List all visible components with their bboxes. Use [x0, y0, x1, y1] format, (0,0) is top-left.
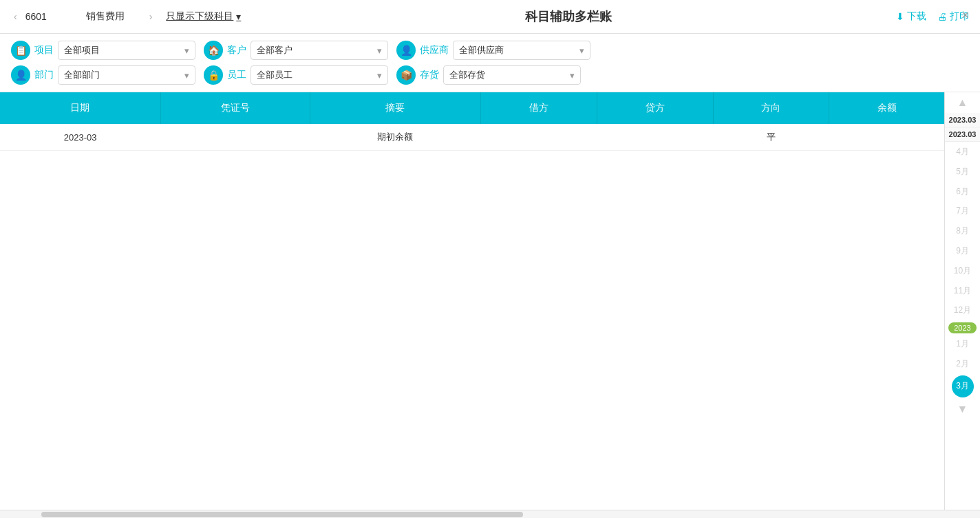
- filter-dept: 👤 部门 全部部门 ▾: [11, 65, 195, 85]
- col-date: 日期: [0, 92, 160, 124]
- account-name-label: 销售费用: [86, 10, 141, 23]
- project-select[interactable]: 全部项目 ▾: [58, 41, 195, 60]
- timeline-month-5[interactable]: 5月: [945, 162, 980, 182]
- supplier-arrow-icon: ▾: [579, 45, 584, 56]
- show-sub-button[interactable]: 只显示下级科目 ▾: [166, 10, 241, 23]
- customer-value: 全部客户: [257, 44, 292, 56]
- filter-section: 📋 项目 全部项目 ▾ 🏠 客户 全部客户 ▾ 👤 供应商 全部供应: [0, 34, 980, 92]
- timeline-active-month[interactable]: 3月: [945, 375, 980, 397]
- supplier-value: 全部供应商: [459, 44, 504, 56]
- filter-project: 📋 项目 全部项目 ▾: [11, 41, 195, 60]
- employee-icon: 🔒: [204, 65, 223, 85]
- cell-0-1: [160, 124, 310, 151]
- nav-prev-arrow[interactable]: ‹: [11, 10, 20, 23]
- print-icon: 🖨: [937, 11, 947, 22]
- timeline-month-1[interactable]: 1月: [945, 334, 980, 354]
- inventory-value: 全部存货: [449, 69, 485, 81]
- bottom-scrollbar[interactable]: [0, 510, 980, 518]
- table-row[interactable]: 2023-03期初余额平: [0, 124, 944, 151]
- dept-arrow-icon: ▾: [184, 70, 189, 81]
- account-code-label: 6601: [25, 11, 81, 22]
- employee-label: 员工: [227, 69, 246, 81]
- filter-inventory: 📦 存货 全部存货 ▾: [396, 65, 581, 85]
- employee-arrow-icon: ▾: [377, 70, 382, 81]
- project-value: 全部项目: [64, 44, 100, 56]
- filter-customer: 🏠 客户 全部客户 ▾: [204, 41, 388, 60]
- cell-0-2: 期初余额: [310, 124, 480, 151]
- customer-arrow-icon: ▾: [377, 45, 382, 56]
- top-bar: ‹ 6601 销售费用 › 只显示下级科目 ▾ 科目辅助多栏账 ⬇ 下载 🖨 打…: [0, 0, 980, 34]
- supplier-icon: 👤: [396, 41, 416, 60]
- modal-container: ‹ 6601 销售费用 › 只显示下级科目 ▾ 科目辅助多栏账 ⬇ 下载 🖨 打…: [0, 0, 980, 518]
- project-arrow-icon: ▾: [184, 45, 189, 56]
- cell-0-0: 2023-03: [0, 124, 160, 151]
- inventory-icon: 📦: [396, 65, 416, 85]
- filter-row-1: 📋 项目 全部项目 ▾ 🏠 客户 全部客户 ▾ 👤 供应商 全部供应: [11, 41, 969, 60]
- main-content: 日期 凭证号 摘要 借方 贷方 方向 余额 2023-03期初余额平 ▲ 202…: [0, 92, 980, 510]
- col-voucher: 凭证号: [160, 92, 310, 124]
- timeline-month-4[interactable]: 4月: [945, 142, 980, 162]
- dept-value: 全部部门: [64, 69, 100, 81]
- nav-next-arrow[interactable]: ›: [147, 10, 156, 23]
- col-balance: 余额: [829, 92, 944, 124]
- employee-select[interactable]: 全部员工 ▾: [251, 65, 388, 85]
- table-header-row: 日期 凭证号 摘要 借方 贷方 方向 余额: [0, 92, 944, 124]
- timeline-month-8[interactable]: 8月: [945, 221, 980, 241]
- inventory-label: 存货: [420, 69, 439, 81]
- inventory-select[interactable]: 全部存货 ▾: [443, 65, 581, 85]
- page-title: 科目辅助多栏账: [246, 8, 891, 25]
- show-sub-label: 只显示下级科目: [166, 10, 233, 23]
- cell-0-3: [480, 124, 597, 151]
- close-button[interactable]: ×: [961, 8, 969, 23]
- inventory-arrow-icon: ▾: [570, 70, 575, 81]
- timeline-sidebar: ▲ 2023.03 2023.03 4月 5月 6月 7月 8月 9月 10月 …: [944, 92, 980, 510]
- timeline-month-2[interactable]: 2月: [945, 354, 980, 374]
- timeline-month-10[interactable]: 10月: [945, 261, 980, 281]
- timeline-up-arrow[interactable]: ▲: [945, 92, 980, 113]
- timeline-month-6[interactable]: 6月: [945, 182, 980, 202]
- customer-label: 客户: [227, 44, 246, 56]
- scrollbar-thumb: [41, 512, 523, 517]
- dept-icon: 👤: [11, 65, 30, 85]
- project-icon: 📋: [11, 41, 30, 60]
- cell-0-6: [829, 124, 944, 151]
- customer-icon: 🏠: [204, 41, 223, 60]
- timeline-month-12[interactable]: 12月: [945, 300, 980, 320]
- timeline-month-11[interactable]: 11月: [945, 281, 980, 301]
- toolbar-actions: ⬇ 下载 🖨 打印: [896, 10, 969, 23]
- timeline-header-2[interactable]: 2023.03: [945, 127, 980, 142]
- timeline-month-9[interactable]: 9月: [945, 241, 980, 261]
- chevron-down-icon: ▾: [236, 11, 241, 22]
- col-summary: 摘要: [310, 92, 480, 124]
- employee-value: 全部员工: [257, 69, 292, 81]
- dept-label: 部门: [34, 69, 54, 81]
- project-label: 项目: [34, 44, 54, 56]
- table-area[interactable]: 日期 凭证号 摘要 借方 贷方 方向 余额 2023-03期初余额平: [0, 92, 944, 510]
- data-table: 日期 凭证号 摘要 借方 贷方 方向 余额 2023-03期初余额平: [0, 92, 944, 151]
- active-month-label: 3月: [952, 375, 974, 397]
- col-credit: 贷方: [597, 92, 713, 124]
- cell-0-4: [597, 124, 713, 151]
- cell-0-5: 平: [713, 124, 829, 151]
- filter-row-2: 👤 部门 全部部门 ▾ 🔒 员工 全部员工 ▾ 📦 存货 全部存货: [11, 65, 969, 85]
- timeline-month-7[interactable]: 7月: [945, 201, 980, 221]
- col-debit: 借方: [480, 92, 597, 124]
- col-direction: 方向: [713, 92, 829, 124]
- timeline-header-1[interactable]: 2023.03: [945, 113, 980, 127]
- download-label: 下载: [907, 10, 926, 23]
- filter-supplier: 👤 供应商 全部供应商 ▾: [396, 41, 590, 60]
- timeline-down-arrow[interactable]: ▼: [945, 399, 980, 419]
- download-button[interactable]: ⬇ 下载: [896, 10, 926, 23]
- download-icon: ⬇: [896, 11, 904, 22]
- filter-employee: 🔒 员工 全部员工 ▾: [204, 65, 388, 85]
- timeline-year-badge[interactable]: 2023: [945, 322, 980, 333]
- year-badge-label: 2023: [948, 322, 976, 333]
- dept-select[interactable]: 全部部门 ▾: [58, 65, 195, 85]
- supplier-select[interactable]: 全部供应商 ▾: [453, 41, 590, 60]
- supplier-label: 供应商: [420, 44, 449, 56]
- customer-select[interactable]: 全部客户 ▾: [251, 41, 388, 60]
